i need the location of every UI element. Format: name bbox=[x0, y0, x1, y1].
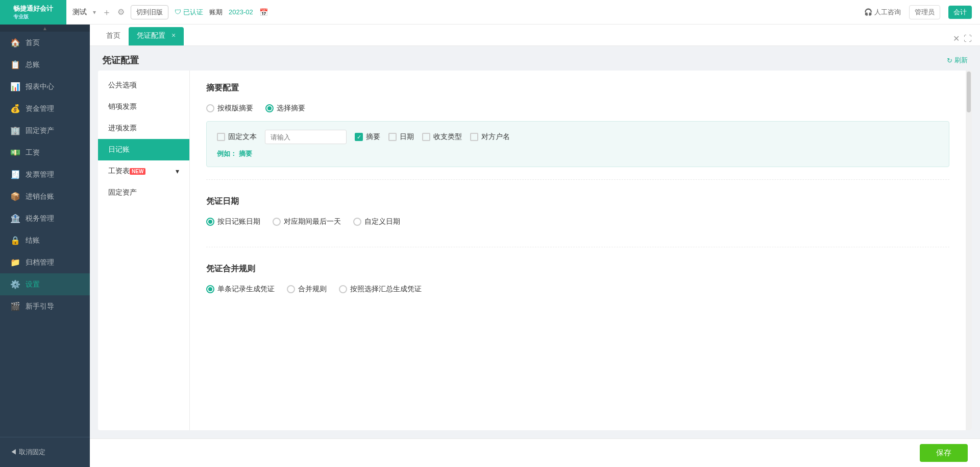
config-nav-sales[interactable]: 销项发票 bbox=[98, 96, 189, 118]
checkbox-fixed-text[interactable]: 固定文本 bbox=[217, 132, 257, 142]
sidebar-item-trade[interactable]: 📦 进销台账 bbox=[0, 185, 90, 207]
sidebar-item-salary[interactable]: 💵 工资 bbox=[0, 142, 90, 164]
abstract-example: 例如： 摘要 bbox=[217, 149, 939, 158]
tab-close-icon[interactable]: × bbox=[172, 31, 176, 39]
tab-home[interactable]: 首页 bbox=[98, 27, 129, 45]
sidebar-item-close[interactable]: 🔒 结账 bbox=[0, 229, 90, 251]
period-label: 账期 bbox=[209, 8, 223, 17]
sidebar-item-finance[interactable]: 💰 资金管理 bbox=[0, 98, 90, 120]
sidebar-label-archive: 归档管理 bbox=[26, 258, 54, 267]
topbar-right: 🎧 人工咨询 管理员 会计 bbox=[864, 5, 972, 19]
abstract-radio-group: 按模版摘要 选择摘要 bbox=[206, 104, 949, 113]
sidebar-icon-guide: 🎬 bbox=[10, 301, 20, 311]
sidebar-item-settings[interactable]: ⚙️ 设置 bbox=[0, 273, 90, 295]
checkbox-abstract[interactable]: ✓ 摘要 bbox=[355, 132, 380, 142]
config-nav-label-fixed_assets: 固定资产 bbox=[108, 188, 137, 197]
radio-journal-date[interactable]: 按日记账日期 bbox=[206, 217, 260, 226]
config-nav-fixed_assets[interactable]: 固定资产 bbox=[98, 182, 189, 203]
cancel-fixed-button[interactable]: ◀ 取消固定 bbox=[0, 442, 90, 462]
sidebar-scroll-up[interactable]: ▲ bbox=[0, 25, 90, 32]
page-title: 凭证配置 bbox=[102, 54, 139, 66]
config-nav-label-payroll: 工资表 bbox=[108, 167, 130, 176]
sidebar-item-ledger[interactable]: 📋 总账 bbox=[0, 54, 90, 76]
sidebar-label-report: 报表中心 bbox=[26, 82, 54, 91]
sidebar-label-settings: 设置 bbox=[26, 280, 40, 289]
merge-title: 凭证合并规则 bbox=[206, 264, 949, 274]
right-scrollbar[interactable] bbox=[966, 71, 972, 430]
sidebar-icon-archive: 📁 bbox=[10, 258, 20, 267]
sidebar-item-invoice[interactable]: 🧾 发票管理 bbox=[0, 164, 90, 185]
counterparty-checkbox bbox=[470, 133, 478, 141]
sidebar-item-tax[interactable]: 🏦 税务管理 bbox=[0, 207, 90, 229]
admin-button[interactable]: 管理员 bbox=[909, 5, 940, 19]
sidebar-label-assets: 固定资产 bbox=[26, 126, 54, 135]
custom-date-circle bbox=[353, 218, 361, 226]
tab-actions: ✕ ⛶ bbox=[953, 34, 972, 45]
logo-subtitle: 专业版 bbox=[13, 13, 53, 20]
close-window-icon[interactable]: ✕ bbox=[953, 34, 960, 43]
consult-button[interactable]: 🎧 人工咨询 bbox=[864, 8, 901, 17]
radio-single-record[interactable]: 单条记录生成凭证 bbox=[206, 285, 275, 294]
config-nav-label-sales: 销项发票 bbox=[108, 102, 137, 111]
config-nav-journal[interactable]: 日记账 bbox=[98, 139, 189, 160]
config-nav: 公共选项销项发票进项发票日记账工资表NEW▾固定资产 bbox=[98, 71, 190, 430]
gear-icon[interactable]: ⚙ bbox=[117, 7, 125, 17]
sidebar-icon-tax: 🏦 bbox=[10, 214, 20, 223]
sidebar-icon-assets: 🏢 bbox=[10, 126, 20, 135]
radio-select-circle bbox=[265, 104, 274, 112]
sidebar-icon-invoice: 🧾 bbox=[10, 170, 20, 179]
company-name: 测试 bbox=[72, 8, 87, 17]
tab-voucher-config[interactable]: 凭证配置 × bbox=[129, 27, 184, 45]
checkbox-date[interactable]: 日期 bbox=[388, 132, 414, 142]
merge-rules-section: 凭证合并规则 单条记录生成凭证 合并规则 bbox=[206, 264, 949, 314]
topbar: 畅捷通好会计 专业版 测试 ▾ ＋ ⚙ 切到旧版 🛡 已认证 账期 2023-0… bbox=[0, 0, 980, 25]
calendar-icon[interactable]: 📅 bbox=[259, 8, 268, 16]
sidebar-label-close: 结账 bbox=[26, 236, 40, 245]
sidebar-label-ledger: 总账 bbox=[26, 60, 40, 69]
fixed-text-input[interactable] bbox=[265, 130, 347, 144]
checkbox-counterparty[interactable]: 对方户名 bbox=[470, 132, 510, 142]
page-content: 凭证配置 ↻ 刷新 公共选项销项发票进项发票日记账工资表NEW▾固定资产 摘要配… bbox=[90, 46, 980, 467]
add-icon[interactable]: ＋ bbox=[102, 6, 111, 18]
config-nav-payroll[interactable]: 工资表NEW▾ bbox=[98, 160, 189, 182]
radio-select-merge[interactable]: 按照选择汇总生成凭证 bbox=[339, 285, 422, 294]
radio-template-abstract[interactable]: 按模版摘要 bbox=[206, 104, 253, 113]
income-type-checkbox bbox=[422, 133, 430, 141]
merge-radio-group: 单条记录生成凭证 合并规则 按照选择汇总生成凭证 bbox=[206, 285, 949, 294]
radio-merge-rule[interactable]: 合并规则 bbox=[287, 285, 327, 294]
company-dropdown-icon[interactable]: ▾ bbox=[93, 9, 96, 16]
abstract-title: 摘要配置 bbox=[206, 83, 949, 94]
period-value: 2023-02 bbox=[229, 8, 253, 16]
sidebar-item-assets[interactable]: 🏢 固定资产 bbox=[0, 120, 90, 142]
journal-date-circle bbox=[206, 218, 214, 226]
scrollbar-thumb[interactable] bbox=[967, 72, 971, 112]
sidebar-item-guide[interactable]: 🎬 新手引导 bbox=[0, 295, 90, 317]
sidebar-icon-ledger: 📋 bbox=[10, 60, 20, 69]
expand-icon[interactable]: ⛶ bbox=[964, 34, 972, 43]
sidebar-icon-report: 📊 bbox=[10, 82, 20, 91]
voucher-date-section: 凭证日期 按日记账日期 对应期间最后一天 bbox=[206, 196, 949, 247]
old-version-button[interactable]: 切到旧版 bbox=[131, 5, 168, 19]
cancel-fixed-label: ◀ 取消固定 bbox=[10, 448, 45, 457]
config-layout: 公共选项销项发票进项发票日记账工资表NEW▾固定资产 摘要配置 按模版摘要 bbox=[98, 71, 972, 430]
config-nav-purchase[interactable]: 进项发票 bbox=[98, 118, 189, 139]
sidebar-item-report[interactable]: 📊 报表中心 bbox=[0, 76, 90, 98]
refresh-button[interactable]: ↻ 刷新 bbox=[947, 56, 968, 65]
radio-period-last[interactable]: 对应期间最后一天 bbox=[273, 217, 341, 226]
sidebar-item-home[interactable]: 🏠 首页 bbox=[0, 32, 90, 54]
checkbox-income-type[interactable]: 收支类型 bbox=[422, 132, 462, 142]
radio-select-abstract[interactable]: 选择摘要 bbox=[265, 104, 305, 113]
accountant-button[interactable]: 会计 bbox=[948, 6, 972, 19]
sidebar-label-tax: 税务管理 bbox=[26, 214, 54, 223]
config-nav-public[interactable]: 公共选项 bbox=[98, 75, 189, 96]
date-checkbox bbox=[388, 133, 397, 141]
radio-custom-date[interactable]: 自定义日期 bbox=[353, 217, 400, 226]
sidebar-icon-finance: 💰 bbox=[10, 104, 20, 113]
headset-icon: 🎧 bbox=[864, 8, 872, 16]
sidebar-item-archive[interactable]: 📁 归档管理 bbox=[0, 251, 90, 273]
arrow-icon-payroll: ▾ bbox=[176, 167, 179, 175]
example-value: 摘要 bbox=[239, 150, 252, 157]
date-radio-group: 按日记账日期 对应期间最后一天 自定义日期 bbox=[206, 217, 949, 226]
save-button[interactable]: 保存 bbox=[920, 444, 968, 462]
sidebar-label-guide: 新手引导 bbox=[26, 302, 54, 311]
